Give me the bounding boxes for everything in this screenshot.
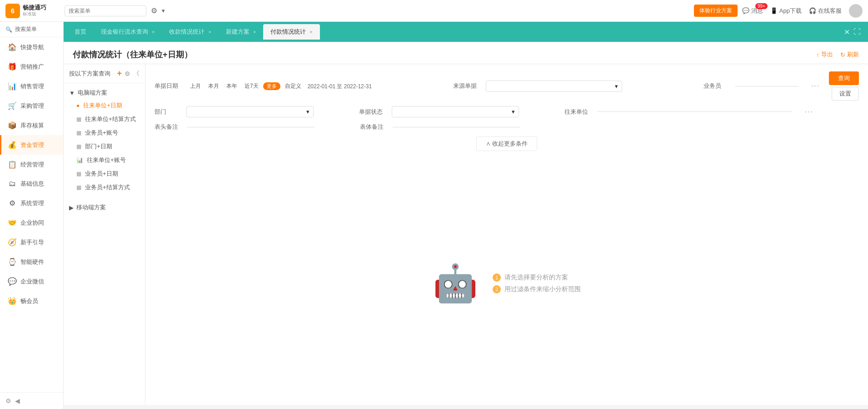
doc-status-select[interactable]: ▾ — [392, 106, 519, 117]
scheme-item-staff-date[interactable]: ▦业务员+日期 — [64, 167, 145, 181]
tab-pay-stat[interactable]: 付款情况统计× — [263, 24, 319, 40]
top-dropdown-arrow[interactable]: ▾ — [162, 7, 165, 14]
date-btn-custom[interactable]: 自定义 — [282, 81, 304, 91]
sidebar: 🔍 搜索菜单 🏠快捷导航🎁营销推广📊销售管理🛒采购管理📦库存核算💰资金管理📋经营… — [0, 22, 64, 409]
sidebar-search[interactable]: 🔍 搜索菜单 — [0, 22, 63, 37]
tab-fullscreen-button[interactable]: ⛶ — [853, 28, 861, 36]
sidebar-item-wechat[interactable]: 💬企业微信 — [0, 272, 63, 291]
filter-area: 单据日期 上月 本月 本年 近7天 更多 自定义 2022-01-01 — [145, 64, 868, 158]
empty-state-text: 1 请先选择要分析的方案 2 用过滤条件来缩小分析范围 — [493, 273, 581, 293]
tab-close-pay-stat[interactable]: × — [309, 29, 312, 35]
dept-label: 部门 — [155, 108, 177, 116]
sidebar-item-marketing[interactable]: 🎁营销推广 — [0, 57, 63, 76]
refresh-label: 刷新 — [847, 50, 859, 59]
scheme-group-header-desktop[interactable]: ▼ 电脑端方案 — [64, 87, 145, 99]
sidebar-item-purchase[interactable]: 🛒采购管理 — [0, 96, 63, 116]
top-gear-button[interactable]: ⚙ — [151, 6, 157, 15]
date-btn-more[interactable]: 更多 — [263, 82, 280, 90]
date-btn-7days[interactable]: 近7天 — [242, 81, 261, 91]
sales-icon: 📊 — [8, 82, 17, 91]
scheme-item-partner-settlement[interactable]: ▦往来单位+结算方式 — [64, 112, 145, 126]
trial-button[interactable]: 体验行业方案 — [694, 5, 738, 17]
user-avatar[interactable] — [849, 4, 863, 18]
sidebar-item-business[interactable]: 📋经营管理 — [0, 155, 63, 174]
sidebar-item-base-info[interactable]: 🗂基础信息 — [0, 174, 63, 193]
tab-new-plan[interactable]: 新建方案× — [219, 24, 263, 40]
cooperation-label: 企业协同 — [20, 219, 44, 227]
top-search-input[interactable] — [65, 5, 146, 16]
sidebar-search-label: 搜索菜单 — [15, 25, 37, 33]
tab-label-bank-flow: 现金银行流水查询 — [101, 28, 148, 36]
source-select[interactable]: ▾ — [486, 81, 622, 92]
scheme-add-button[interactable]: + — [117, 69, 122, 78]
sidebar-item-system[interactable]: ⚙系统管理 — [0, 193, 63, 213]
sidebar-item-guide[interactable]: 🧭新手引导 — [0, 232, 63, 252]
partner-date-scheme-label: 往来单位+日期 — [83, 101, 122, 110]
filter-settings-button[interactable]: 设置 — [832, 87, 859, 101]
sidebar-item-sales[interactable]: 📊销售管理 — [0, 76, 63, 96]
sidebar-item-cooperation[interactable]: 🤝企业协同 — [0, 213, 63, 232]
marketing-label: 营销推广 — [20, 63, 44, 71]
top-bar: 6 畅捷通巧 标准版 ⚙ ▾ 体验行业方案 💬 消息 99+ 📱 App下载 🎧… — [0, 0, 868, 22]
sales-label: 销售管理 — [20, 82, 44, 91]
cooperation-icon: 🤝 — [8, 218, 17, 227]
marketing-icon: 🎁 — [8, 62, 17, 71]
tab-close-bank-flow[interactable]: × — [152, 29, 155, 35]
dept-select[interactable]: ▾ — [186, 106, 314, 117]
scheme-group-mobile: ▶ 移动端方案 — [64, 198, 145, 217]
online-service-group[interactable]: 🎧 在线客服 — [809, 7, 842, 15]
scheme-item-partner-account[interactable]: 📊往来单位+账号 — [64, 153, 145, 167]
hardware-icon: ⌚ — [8, 258, 17, 266]
empty-hint-2-text: 用过滤条件来缩小分析范围 — [504, 285, 581, 293]
tab-receipts-stat[interactable]: 收款情况统计× — [162, 24, 218, 40]
page-header-actions: ↑ 导出 ↻ 刷新 — [817, 50, 859, 59]
partner-input[interactable] — [597, 111, 792, 112]
query-button[interactable]: 查询 — [829, 71, 859, 85]
scheme-settings-button[interactable]: ⚙ — [125, 70, 130, 77]
scheme-item-dept-date[interactable]: ▦部门+日期 — [64, 140, 145, 153]
sidebar-item-quick-nav[interactable]: 🏠快捷导航 — [0, 37, 63, 57]
sidebar-item-inventory[interactable]: 📦库存核算 — [0, 116, 63, 135]
scheme-panel: 按以下方案查询 + ⚙ 《 ▼ 电脑端方案 — [64, 64, 145, 405]
tab-home[interactable]: 首页 — [67, 24, 94, 40]
messages-icon-group[interactable]: 💬 消息 99+ — [742, 7, 763, 15]
tab-label-receipts-stat: 收款情况统计 — [169, 28, 205, 36]
scheme-items-desktop: ●往来单位+日期▦往来单位+结算方式▦业务员+账号▦部门+日期📊往来单位+账号▦… — [64, 99, 145, 194]
tab-bank-flow[interactable]: 现金银行流水查询× — [94, 24, 162, 40]
tab-close-receipts-stat[interactable]: × — [208, 29, 211, 35]
date-btn-this-year[interactable]: 本年 — [224, 81, 240, 91]
export-button[interactable]: ↑ 导出 — [817, 50, 833, 59]
staff-settlement-scheme-label: 业务员+结算方式 — [85, 183, 130, 192]
sidebar-item-hardware[interactable]: ⌚智能硬件 — [0, 252, 63, 272]
sidebar-settings-button[interactable]: ⚙ — [5, 397, 11, 404]
scheme-item-staff-account[interactable]: ▦业务员+账号 — [64, 126, 145, 140]
scheme-item-staff-settlement[interactable]: ▦业务员+结算方式 — [64, 181, 145, 194]
refresh-icon: ↻ — [840, 51, 845, 58]
partner-dots[interactable]: ··· — [805, 108, 813, 116]
message-icon: 💬 — [742, 7, 749, 14]
scheme-collapse-button[interactable]: 《 — [133, 70, 140, 78]
scheme-item-partner-date[interactable]: ●往来单位+日期 — [64, 99, 145, 112]
date-btn-last-month[interactable]: 上月 — [187, 81, 204, 91]
system-icon: ⚙ — [8, 199, 17, 207]
date-btn-this-month[interactable]: 本月 — [205, 81, 222, 91]
scheme-group-label-mobile: 移动端方案 — [76, 203, 106, 212]
body-note-input[interactable] — [393, 127, 520, 127]
staff-input[interactable] — [735, 86, 798, 86]
refresh-button[interactable]: ↻ 刷新 — [840, 50, 859, 59]
staff-dots[interactable]: ··· — [811, 82, 820, 90]
tab-close-all-button[interactable]: ✕ — [844, 28, 850, 36]
sidebar-item-finance[interactable]: 💰资金管理 — [0, 135, 63, 155]
sidebar-item-member[interactable]: 👑畅会员 — [0, 291, 63, 311]
header-note-input[interactable] — [187, 127, 314, 127]
date-buttons-group: 上月 本月 本年 近7天 更多 自定义 2022-01-01 至 2022-12… — [187, 81, 372, 91]
empty-hint-2: 2 用过滤条件来缩小分析范围 — [493, 285, 581, 293]
tab-close-new-plan[interactable]: × — [253, 29, 256, 35]
sidebar-collapse-button[interactable]: ◀ — [15, 397, 20, 404]
scheme-group-header-mobile[interactable]: ▶ 移动端方案 — [64, 202, 145, 213]
app-download-group[interactable]: 📱 App下载 — [770, 7, 802, 15]
dept-date-scheme-icon: ▦ — [76, 143, 81, 150]
business-icon: 📋 — [8, 160, 17, 169]
collapse-button[interactable]: ∧ 收起更多条件 — [476, 136, 538, 151]
purchase-icon: 🛒 — [8, 101, 17, 110]
